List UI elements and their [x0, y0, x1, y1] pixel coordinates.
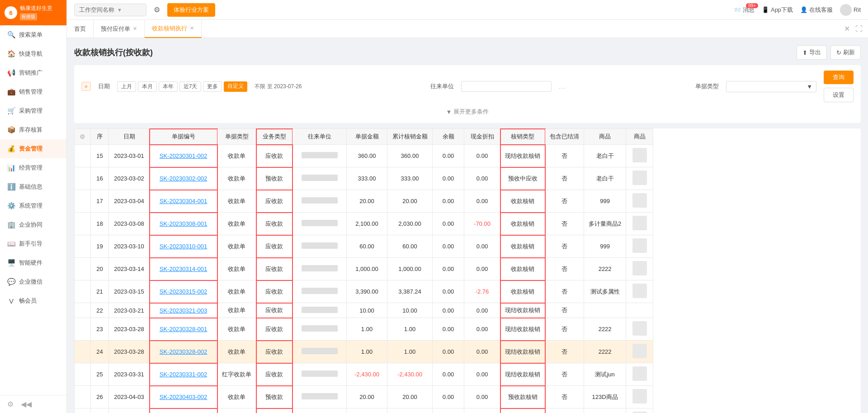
- row-customer: [292, 258, 347, 280]
- refresh-button[interactable]: ↻ 刷新: [830, 45, 861, 60]
- doc-no-link[interactable]: SK-20230315-002: [160, 288, 208, 295]
- customer-filter-input[interactable]: [461, 81, 552, 92]
- sidebar-item-member[interactable]: V畅会员: [0, 291, 66, 310]
- sidebar-item-marketing[interactable]: 📢营销推广: [0, 63, 66, 82]
- row-doc-no[interactable]: SK-20230301-002: [150, 145, 217, 167]
- tab-home[interactable]: 首页: [67, 20, 94, 38]
- row-no: 25: [91, 363, 109, 386]
- col-header-date: 日期: [109, 129, 150, 145]
- row-discount: -2.76: [464, 280, 500, 303]
- row-goods-image: [626, 145, 653, 167]
- doc-no-link[interactable]: SK-20230304-001: [160, 198, 208, 204]
- row-date: 2023-03-08: [109, 213, 150, 235]
- tab-collection[interactable]: 收款核销执行✕: [145, 20, 202, 38]
- doc-no-link[interactable]: SK-20230301-002: [160, 152, 208, 159]
- topbar-right: 📨 消息 99+ 📱 App下载 👤 在线客服 Rit: [734, 4, 861, 16]
- row-balance: 0.00: [433, 303, 464, 318]
- row-doc-no[interactable]: SK-20230328-001: [150, 318, 217, 341]
- row-biz-type: 应收款: [256, 213, 292, 235]
- table-header-row: ⚙序日期单据编号单据类型业务类型往来单位单据金额累计核销金额余额现金折扣核销类型…: [75, 129, 861, 145]
- col-header-doc_type: 单据类型: [217, 129, 256, 145]
- more-filter-icon[interactable]: ...: [559, 83, 566, 90]
- sidebar-item-search[interactable]: 🔍搜索菜单: [0, 25, 66, 44]
- sidebar-item-inventory[interactable]: 📦库存核算: [0, 120, 66, 139]
- row-include-settled: 否: [545, 341, 584, 363]
- row-gear: [75, 303, 91, 318]
- date-btn-本月[interactable]: 本月: [138, 81, 157, 92]
- row-doc-no[interactable]: SK-20230408-001: [150, 408, 217, 413]
- notice-button[interactable]: 📨 消息 99+: [734, 6, 755, 14]
- row-goods-image: [626, 235, 653, 258]
- row-doc-no[interactable]: SK-20230315-002: [150, 280, 217, 303]
- doc-no-link[interactable]: SK-20230302-002: [160, 175, 208, 182]
- row-doc-no[interactable]: SK-20230331-002: [150, 363, 217, 386]
- sidebar-item-wechat[interactable]: 💬企业微信: [0, 272, 66, 291]
- doc-no-link[interactable]: SK-20230331-002: [160, 371, 208, 378]
- expand-more-button[interactable]: ▼ 展开更多条件: [81, 106, 854, 118]
- row-no: 16: [91, 167, 109, 190]
- row-discount: 0.00: [464, 258, 500, 280]
- row-doc-no[interactable]: SK-20230308-001: [150, 213, 217, 235]
- doc-no-link[interactable]: SK-20230314-001: [160, 266, 208, 272]
- maximize-tab-button[interactable]: ⛶: [854, 23, 864, 35]
- doc-no-link[interactable]: SK-20230321-003: [160, 307, 208, 314]
- filter-setting-button[interactable]: 设置: [824, 88, 854, 102]
- filter-expand-button[interactable]: »: [81, 82, 91, 91]
- row-verify-type: 现结收款核销: [500, 363, 545, 386]
- doc-no-link[interactable]: SK-20230308-001: [160, 220, 208, 227]
- doc-type-select[interactable]: ▼: [726, 81, 816, 92]
- doc-no-link[interactable]: SK-20230310-001: [160, 243, 208, 250]
- sidebar-item-operations[interactable]: 📊经营管理: [0, 158, 66, 177]
- column-settings-button[interactable]: ⚙: [80, 133, 85, 140]
- doc-no-link[interactable]: SK-20230403-002: [160, 394, 208, 400]
- row-verify-type: 预收款核销: [500, 386, 545, 408]
- sidebar-item-enterprise[interactable]: 🏢企业协同: [0, 215, 66, 234]
- tab-close-prepay[interactable]: ✕: [133, 26, 137, 32]
- close-tab-button[interactable]: ✕: [842, 23, 852, 35]
- row-verified: -2,430.00: [387, 363, 433, 386]
- row-goods-image: [626, 318, 653, 341]
- sidebar-item-basic[interactable]: ℹ️基础信息: [0, 177, 66, 196]
- settings-icon[interactable]: ⚙: [7, 400, 14, 408]
- row-amount: 360.00: [347, 145, 387, 167]
- export-button[interactable]: ⬆ 导出: [797, 45, 827, 60]
- date-btn-近7天[interactable]: 近7天: [179, 81, 202, 92]
- collapse-icon[interactable]: ◀◀: [21, 400, 32, 408]
- sidebar-item-hardware[interactable]: 🖥️智能硬件: [0, 253, 66, 272]
- row-doc-no[interactable]: SK-20230403-002: [150, 386, 217, 408]
- row-doc-no[interactable]: SK-20230321-003: [150, 303, 217, 318]
- sidebar-item-purchase[interactable]: 🛒采购管理: [0, 101, 66, 120]
- date-btn-更多[interactable]: 更多: [203, 81, 222, 92]
- row-doc-no[interactable]: SK-20230314-001: [150, 258, 217, 280]
- sidebar-item-finance[interactable]: 💰资金管理: [0, 139, 66, 158]
- row-verified: 360.00: [387, 145, 433, 167]
- row-doc-no[interactable]: SK-20230304-001: [150, 190, 217, 213]
- doc-no-link[interactable]: SK-20230328-002: [160, 348, 208, 355]
- row-doc-no[interactable]: SK-20230302-002: [150, 167, 217, 190]
- sidebar-item-guide[interactable]: 📖新手引导: [0, 234, 66, 253]
- user-avatar[interactable]: Rit: [840, 4, 861, 16]
- tab-close-collection[interactable]: ✕: [190, 25, 194, 31]
- row-gear: [75, 341, 91, 363]
- col-header-discount: 现金折扣: [464, 129, 500, 145]
- sidebar-item-sales[interactable]: 💼销售管理: [0, 82, 66, 101]
- logo-icon: 6: [5, 6, 17, 19]
- date-btn-本年[interactable]: 本年: [159, 81, 178, 92]
- doc-no-link[interactable]: SK-20230328-001: [160, 326, 208, 332]
- sidebar-item-quick-nav[interactable]: 🏠快捷导航: [0, 44, 66, 63]
- row-doc-no[interactable]: SK-20230310-001: [150, 235, 217, 258]
- topbar-gear-icon[interactable]: ⚙: [154, 5, 160, 14]
- date-btn-上月[interactable]: 上月: [117, 81, 136, 92]
- query-button[interactable]: 查询: [824, 71, 854, 84]
- online-service-button[interactable]: 👤 在线客服: [800, 6, 833, 14]
- sidebar-item-system[interactable]: ⚙️系统管理: [0, 196, 66, 215]
- workspace-selector[interactable]: 工作空间名称 ▼: [74, 4, 146, 16]
- refresh-icon: ↻: [836, 49, 841, 56]
- solution-button[interactable]: 体验行业方案: [167, 3, 215, 17]
- date-custom-btn[interactable]: 自定义: [224, 81, 247, 92]
- system-icon: ⚙️: [7, 202, 15, 210]
- sidebar-label-basic: 基础信息: [19, 183, 42, 191]
- app-download-button[interactable]: 📱 App下载: [762, 6, 793, 14]
- tab-prepay[interactable]: 预付应付单✕: [94, 20, 145, 38]
- row-doc-no[interactable]: SK-20230328-002: [150, 341, 217, 363]
